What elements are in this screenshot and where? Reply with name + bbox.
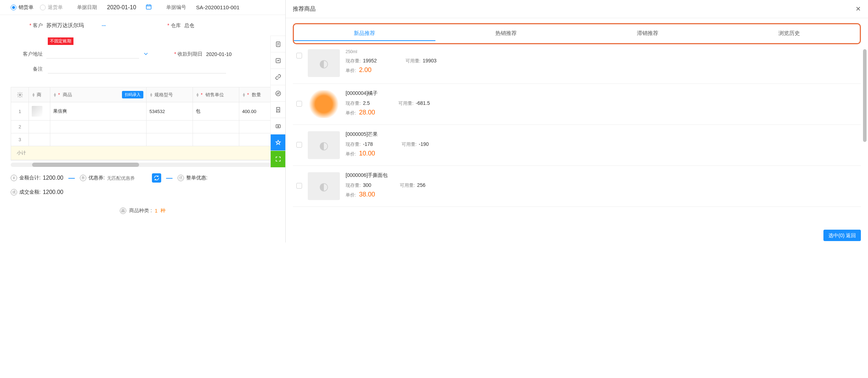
refresh-button[interactable] [152,173,161,183]
deal-icon: 成 [11,189,17,195]
list-item[interactable]: ◐ [0000006]手撕面包 现存量:300 可用量:256 单价:38.00 [293,166,861,207]
recommend-panel: 推荐商品 ✕ 新品推荐 热销推荐 滞销推荐 浏览历史 ◐ 250ml 现存量:1… [285,0,868,242]
unit-column-header[interactable]: ▲▼ *销售单位 [193,87,239,102]
svg-point-1 [19,94,21,96]
product-checkbox[interactable] [296,101,302,107]
sort-icon: ▲▼ [53,93,57,97]
subtotal-row: 小计 [11,146,274,160]
due-value[interactable]: 2020-01-10 [206,51,232,57]
svg-point-4 [276,91,281,96]
radio-checked-icon [11,5,16,10]
list-item[interactable]: ◐ [0000005]芒果 现存量:-178 可用量:-190 单价:10.00 [293,125,861,166]
gear-column-header[interactable] [11,87,29,102]
yen-icon: ¥ [11,175,17,181]
discount-label: 整单优惠: [186,175,208,181]
product-list: ◐ 250ml 现存量:19952 可用量:19903 单价:2.00 [000… [286,49,868,242]
warehouse-label: *仓库 [149,22,181,29]
tab-slow-products[interactable]: 滞销推荐 [577,26,719,41]
product-name: [0000005]芒果 [346,131,857,138]
sort-icon: ▲▼ [149,93,153,97]
product-checkbox[interactable] [296,53,302,58]
calendar-icon[interactable] [145,4,152,11]
price-value: 38.00 [359,191,375,198]
footer-summary: 品 商品种类 : 1 种 [0,202,285,220]
receipt-icon[interactable] [271,102,286,118]
qty-column-header[interactable]: ▲▼ *数量 [239,87,271,102]
kind-label: 商品种类 : [129,208,152,214]
table-row[interactable]: 2 [11,121,274,133]
side-toolbar [270,36,285,168]
unit-cell[interactable]: 包 [193,102,239,120]
doc-no-label: 单据编号 [166,4,186,11]
line-items-table: ▲▼ 商 ▲▼ *商品 扫码录入 ▲▼ 规格型号 ▲▼ *销售单位 ▲▼ [11,87,275,160]
minus-icon: — [68,174,75,182]
note-icon[interactable] [271,36,286,52]
recommend-tabs: 新品推荐 热销推荐 滞销推荐 浏览历史 [293,23,861,44]
horizontal-scrollbar[interactable] [11,163,275,167]
product-image-placeholder: ◐ [308,172,340,200]
recommend-title: 推荐商品 [293,5,316,13]
avail-value: -681.5 [416,100,430,106]
chart-icon[interactable] [271,52,286,69]
product-checkbox[interactable] [296,183,302,189]
scan-input-button[interactable]: 扫码录入 [122,91,143,98]
radio-return-label: 退货单 [48,4,63,11]
star-icon[interactable] [271,134,286,151]
product-thumb [32,106,42,117]
coupon-icon: 券 [80,175,86,181]
table-row[interactable]: 3 [11,133,274,146]
avail-value: -190 [419,141,429,147]
close-icon[interactable]: ✕ [856,5,861,13]
tab-browse-history[interactable]: 浏览历史 [718,26,860,41]
remark-label: 备注 [11,66,43,72]
table-row[interactable]: 1 果倍爽 534532 包 400.00 [11,102,274,121]
product-name: [0000004]橘子 [346,90,857,97]
product-name: 250ml [346,49,857,54]
row-index: 3 [11,133,29,146]
radio-sales-label: 销货单 [19,4,34,11]
qty-cell[interactable]: 400.00 [239,102,271,120]
warehouse-value[interactable]: 总仓 [184,22,194,29]
doc-date-value[interactable]: 2020-01-10 [107,4,136,11]
vertical-scrollbar[interactable] [863,49,867,142]
box-icon: 品 [120,208,126,214]
customer-value[interactable]: 苏州万达沃尔玛 [46,22,84,29]
customer-more-icon[interactable]: ··· [102,23,106,29]
chevron-down-icon[interactable] [143,51,149,58]
product-checkbox[interactable] [296,142,302,148]
product-image-orange [308,90,340,118]
stock-value: 2.5 [363,100,370,106]
expand-icon[interactable] [271,151,286,167]
tab-hot-products[interactable]: 热销推荐 [435,26,577,41]
doc-no-value: SA-20200110-001 [196,4,240,10]
price-value: 10.00 [359,150,375,157]
discount-icon: 优 [178,175,184,181]
coupon-input[interactable] [107,175,150,181]
kind-suffix: 种 [160,208,165,214]
tab-new-products[interactable]: 新品推荐 [294,26,435,41]
order-type-radio-group: 销货单 退货单 [11,4,63,11]
product-image-placeholder: ◐ [308,131,340,159]
exchange-icon[interactable] [271,85,286,102]
radio-unchecked-icon [40,5,46,10]
row-index: 2 [11,121,29,133]
link-icon[interactable] [271,69,286,85]
list-item[interactable]: [0000004]橘子 现存量:2.5 可用量:-681.5 单价:28.00 [293,84,861,125]
deal-label: 成交金额: [19,189,41,195]
product-column-header[interactable]: ▲▼ *商品 扫码录入 [50,87,147,102]
select-return-button[interactable]: 选中(0) 返回 [823,230,861,241]
sales-form-panel: 销货单 退货单 单据日期 2020-01-10 单据编号 SA-20200110… [0,0,285,242]
product-name-cell[interactable]: 果倍爽 [50,102,147,120]
radio-sales-order[interactable]: 销货单 [11,4,34,11]
addr-input[interactable] [46,50,139,58]
spec-cell[interactable]: 534532 [147,102,193,120]
spec-column-header[interactable]: ▲▼ 规格型号 [147,87,193,102]
radio-return-order[interactable]: 退货单 [40,4,63,11]
remark-input[interactable] [48,65,226,73]
price-value: 2.00 [359,66,372,73]
list-item[interactable]: ◐ 250ml 现存量:19952 可用量:19903 单价:2.00 [293,49,861,84]
currency-icon[interactable] [271,118,286,134]
img-column-header[interactable]: ▲▼ 商 [29,87,50,102]
avail-value: 256 [417,182,425,188]
addr-label: 客户地址 [11,51,43,57]
